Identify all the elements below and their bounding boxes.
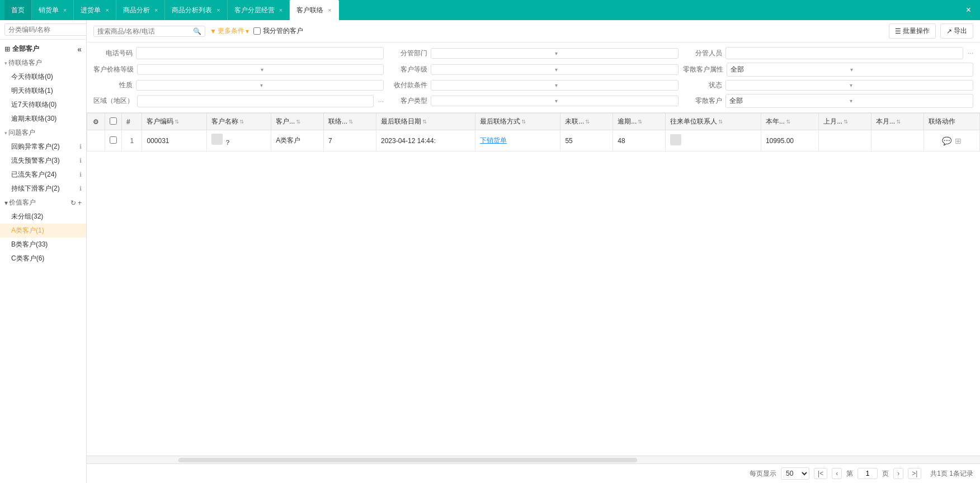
sidebar-item-c-class[interactable]: C类客户(6) [0,252,86,266]
sidebar-item-7days[interactable]: 近7天待联络(0) [0,98,86,112]
filter-input-region[interactable] [137,95,374,107]
sidebar-item-repurchase[interactable]: 回购异常客户(2) ℹ [0,140,86,154]
th-this-month[interactable]: 本月...⇅ [871,113,924,130]
sort-icon-code: ⇅ [175,119,179,125]
row-checkbox[interactable] [110,136,117,144]
filter-select-dept[interactable]: ▾ [431,48,679,59]
footer-page-input[interactable] [858,468,878,479]
batch-btn[interactable]: ☰ 批量操作 [889,23,936,39]
sidebar-item-tomorrow[interactable]: 明天待联络(1) [0,84,86,98]
sidebar-item-overdue[interactable]: 逾期未联络(30) [0,112,86,126]
export-label: 导出 [954,26,967,36]
footer-prev-page-btn[interactable]: ‹ [832,468,842,479]
th-contact-count[interactable]: 联络...⇅ [324,113,376,130]
main-layout: 🔍 ⊞ 全部客户 « ▾ 待联络客户 今天待联络(0) 明天待联络(1) 近7天… [0,20,980,483]
sidebar-search-input[interactable] [4,23,87,36]
filter-caret-icon: ▾ [246,27,249,35]
td-checkbox[interactable] [105,130,122,151]
filter-select-status[interactable]: ▾ [725,80,973,91]
tab-sales-close[interactable]: × [63,7,67,13]
filter-select-scatter[interactable]: 全部 ▾ [725,94,973,108]
tab-customer-seg[interactable]: 客户分层经营 × [228,0,290,20]
value-section-title[interactable]: ▾ 价值客户 ↻ + [0,196,86,210]
footer-last-page-btn[interactable]: >| [908,468,921,479]
filter-label-customer-type: 客户类型 [388,96,427,106]
customer-avatar [211,134,223,145]
sidebar-item-ungroup[interactable]: 未分组(32) [0,210,86,224]
td-name: ？ [206,130,271,151]
table-wrap: ⚙ # 客户编码⇅ 客户名称⇅ 客户...⇅ 联络...⇅ 最后联络日期⇅ 最后… [87,113,980,456]
tab-customer-contact[interactable]: 客户联络 × [290,0,338,20]
sidebar-item-a-class[interactable]: A类客户(1) [0,224,86,238]
filter-select-customer-level[interactable]: ▾ [431,64,679,75]
sort-icon-unit-contact: ⇅ [718,119,723,125]
th-last-month[interactable]: 上月...⇅ [819,113,871,130]
th-last-method[interactable]: 最后联络方式⇅ [475,113,560,130]
sidebar-item-today[interactable]: 今天待联络(0) [0,70,86,84]
window-close-button[interactable]: × [962,3,976,17]
th-this-year[interactable]: 本年...⇅ [761,113,818,130]
filter-select-payment[interactable]: ▾ [431,80,679,91]
th-gear[interactable]: ⚙ [87,113,105,130]
th-name[interactable]: 客户名称⇅ [206,113,271,130]
sidebar-collapse-btn[interactable]: « [77,45,82,54]
my-customers-checkbox-wrap[interactable]: 我分管的客户 [253,26,303,36]
filter-row-dept: 分管部门 ▾ [388,47,679,59]
select-all-checkbox[interactable] [110,117,117,125]
th-uncontacted[interactable]: 未联...⇅ [560,113,613,130]
value-add-icon[interactable]: + [78,199,82,207]
tag-icon[interactable]: ⊞ [955,136,962,145]
sidebar-item-b-class[interactable]: B类客户(33) [0,238,86,252]
problem-section-title[interactable]: ▾ 问题客户 [0,126,86,140]
tab-goods-analysis[interactable]: 商品分析 × [116,0,165,20]
sidebar-item-7days-label: 近7天待联络(0) [11,100,56,110]
filter-search-input[interactable] [97,27,191,35]
chat-icon[interactable]: 💬 [942,136,951,145]
filter-select-scatter-attr[interactable]: 全部 ▾ [727,63,973,77]
td-overdue: 48 [613,130,666,151]
tab-customer-contact-close[interactable]: × [328,7,331,13]
th-last-date[interactable]: 最后联络日期⇅ [376,113,475,130]
th-overdue[interactable]: 逾期...⇅ [613,113,666,130]
filter-search-icon[interactable]: 🔍 [193,27,201,35]
tab-goods-list-close[interactable]: × [216,7,220,13]
filter-more-btn[interactable]: ▼ 更多条件 ▾ [210,26,249,36]
footer-first-page-btn[interactable]: |< [814,468,827,479]
filter-input-phone[interactable] [136,47,384,59]
tab-customer-seg-close[interactable]: × [279,7,282,13]
sidebar-search-wrap: 🔍 [0,20,86,40]
my-customers-checkbox[interactable] [253,27,261,35]
tab-customer-contact-label: 客户联络 [296,6,323,15]
td-last-method[interactable]: 下销货单 [475,130,560,151]
sidebar-item-churned[interactable]: 已流失客户(24) ℹ [0,168,86,182]
filter-select-nature[interactable]: ▾ [136,80,384,91]
tab-sales[interactable]: 销货单 × [32,0,74,20]
pending-section-title[interactable]: ▾ 待联络客户 [0,56,86,70]
tab-goods-analysis-close[interactable]: × [154,7,158,13]
footer-page-label: 第 [846,469,853,479]
footer-page-size-select[interactable]: 50 100 200 [781,467,809,480]
th-code[interactable]: 客户编码⇅ [142,113,206,130]
tab-purchase[interactable]: 进货单 × [74,0,116,20]
sort-icon-this-year: ⇅ [786,119,790,125]
sort-icon-overdue: ⇅ [638,119,642,125]
value-refresh-icon[interactable]: ↻ [70,199,76,207]
filter-person-dots[interactable]: ··· [968,49,973,57]
th-category[interactable]: 客户...⇅ [271,113,324,130]
filter-select-price-level[interactable]: ▾ [137,64,384,75]
th-unit-contact[interactable]: 往来单位联系人⇅ [666,113,761,130]
filter-input-person[interactable] [725,47,963,59]
th-checkbox[interactable] [105,113,122,130]
tab-purchase-close[interactable]: × [105,7,109,13]
tab-home[interactable]: 首页 [4,0,32,20]
export-btn[interactable]: ↗ 导出 [940,23,973,39]
footer-next-page-btn[interactable]: › [893,468,903,479]
sidebar-item-declining[interactable]: 持续下滑客户(2) ℹ [0,182,86,196]
filter-region-dots[interactable]: ··· [378,97,384,105]
sidebar-item-churn-warning[interactable]: 流失预警客户(3) ℹ [0,154,86,168]
h-scrollbar[interactable] [178,458,637,462]
filter-label-payment: 收付款条件 [388,80,427,90]
filter-select-customer-type[interactable]: ▾ [431,96,679,106]
tab-goods-list[interactable]: 商品分析列表 × [165,0,227,20]
td-last-month [819,130,871,151]
